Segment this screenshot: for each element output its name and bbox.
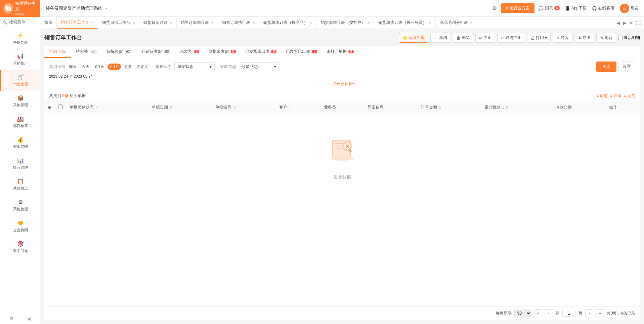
status-select[interactable]: 单据状态 ▾ [174,62,215,71]
sidebar-item-operations[interactable]: 📊 经营管理 [0,153,40,174]
sort-icon-amount[interactable]: ⇅ [439,106,441,109]
smart-create-button[interactable]: ⭐ 智能生单 [399,33,428,43]
filter-actions: 查询 设置 [596,62,635,72]
filter-tab-pending-inspect[interactable]: 待拣验货 (0) [102,46,137,58]
show-detail-checkbox[interactable] [618,36,622,40]
sidebar-item-inventory[interactable]: 🏭 库存核算 [0,112,40,132]
app-download-button[interactable]: 📱 App下载 [565,5,587,11]
date-btn-7days[interactable]: 近7天 [93,64,106,70]
date-btn-today[interactable]: 今天 [80,64,91,70]
filter-tab-pending-review[interactable]: 待审核 (0) [71,46,102,58]
sort-icon-collected[interactable]: ⇅ [506,106,508,109]
sidebar-item-basicinfo[interactable]: 📋 基础信息 [0,174,40,195]
th-checkbox[interactable] [55,102,66,113]
th-settings[interactable]: ⚙ [44,102,55,113]
delete-button[interactable]: 🗑 删除 [453,33,473,43]
collapse-icon[interactable]: ◀ [27,316,31,321]
table-settings-gear-icon[interactable]: ⚙ [48,105,51,110]
select-all-checkbox[interactable] [58,105,63,109]
sidebar-item-enterprise[interactable]: 🤝 企业协同 [0,216,40,237]
page-size-select[interactable]: 10 20 50 100 [514,310,531,317]
query-button[interactable]: 查询 [596,62,616,72]
filter-tab-shipped-out[interactable]: 已发货已出库 0 [281,46,322,58]
tab-sales-stats-customer[interactable]: 销货单统计表（按客户） ✕ [317,17,374,28]
ship-icon: ● [624,94,627,98]
tab-sales-order-stats-close[interactable]: ✕ [211,21,214,25]
tab-sales-stats-staff-close[interactable]: ✕ [429,21,431,25]
tab-sales-order-workspace[interactable]: 销售订单工作台 ✕ [57,17,98,29]
refresh-button[interactable]: ↻ 刷新 [596,33,616,43]
sidebar-item-purchase[interactable]: 📦 采购管理 [0,91,40,112]
user-menu[interactable]: 友 用友 [620,4,639,13]
online-service-button[interactable]: 🎧 在线客服 [592,5,614,11]
cancel-stop-button[interactable]: ↩ 取消中止 [497,33,525,43]
user-avatar: 友 [620,4,629,13]
tab-sales-stats-customer-close[interactable]: ✕ [367,21,370,25]
sidebar-bottom: ⚙ ◀ [0,313,40,324]
page-prev-button[interactable]: ‹ [545,309,553,317]
tab-product-margin-close[interactable]: ✕ [470,21,473,25]
tab-nav-next-icon[interactable]: ▶ [622,19,627,26]
topbar-settings-icon[interactable]: ⚙ [492,5,497,11]
page-next-button[interactable]: › [585,309,593,317]
add-button[interactable]: ＋ 新增 [430,33,451,43]
date-btn-yesterday[interactable]: 昨天 [67,64,79,70]
sidebar-item-system[interactable]: ⚙ 系统管理 [0,195,40,216]
tab-cash-daily-close[interactable]: ✕ [132,21,135,25]
sort-icon-status[interactable]: ⇅ [95,106,98,109]
sort-icon-customer[interactable]: ⇅ [289,106,292,109]
tab-product-margin[interactable]: 商品毛利分析表 ✕ [436,17,477,28]
date-btn-1month[interactable]: 近1月 [108,64,121,70]
solution-button[interactable]: 体验行业方案 [501,3,534,13]
sidebar-item-marketing[interactable]: 📢 营销推广 [0,49,40,70]
date-btn-more[interactable]: 更多 [122,64,134,70]
cancel-review-button[interactable]: ● 弃审 [610,93,621,99]
tab-expand-icon[interactable]: ⛶ [635,19,641,26]
tab-sales-order-stats[interactable]: 销售订单统计表 ✕ [177,17,218,28]
sidebar-item-finance[interactable]: 💰 资金管理 [0,132,40,153]
set-button[interactable]: 设置 [618,62,635,72]
print-button[interactable]: 🖨 打印 ▾ [527,33,551,43]
tab-cash-daily[interactable]: 钱货日清工作台 ✕ [98,17,139,28]
payment-select[interactable]: 收款状态 ▾ [239,62,279,71]
tab-sales-stats-staff[interactable]: 销货单统计表（按业务员） ✕ [374,17,436,28]
filter-tab-wangpu[interactable]: 旺铺待发货 (0) [137,46,176,58]
tab-sales-stats-product[interactable]: 销货单统计表（按商品） ✕ [259,17,317,28]
tab-sales-stats-product-close[interactable]: ✕ [310,21,312,25]
sidebar-item-guide[interactable]: 🎯 新手引导 [0,237,40,257]
filter-tab-unprinted[interactable]: 未打印单据 0 [322,46,358,58]
date-range-display: 2023-02-24 至 2023-03-24 [49,74,93,79]
filter-tab-unshipped[interactable]: 未发货 0 [175,46,204,58]
tab-cash-reconcile-close[interactable]: ✕ [170,21,172,25]
filter-tab-shipped-not-out[interactable]: 已发货未出库 0 [241,46,281,58]
sidebar-search[interactable]: 🔍 搜索菜单 [0,17,40,28]
stop-button[interactable]: ⊘ 中止 [475,33,495,43]
ship-button[interactable]: ● 发货 [624,93,635,99]
filter-tab-expired[interactable]: 到期未发货 0 [204,46,241,58]
show-detail-checkbox-label[interactable]: 显示明细 [618,33,640,43]
sidebar-item-quicknav[interactable]: ⚡ 快捷导航 [0,28,40,49]
review-button[interactable]: ● 审核 [596,93,607,99]
sidebar-item-sales[interactable]: 🛒 销售管理 [0,70,40,91]
tab-cash-reconcile[interactable]: 钱货日清对账 ✕ [139,17,177,28]
tab-home[interactable]: 首页 [40,17,57,28]
page-input[interactable] [562,310,576,317]
import-button[interactable]: ⬆ 导入 [553,33,572,43]
table-scroll[interactable]: ⚙ 单据整体状态 ⇅ 单据日期 ⇅ [44,102,640,306]
tab-close-all-icon[interactable]: ✕ [629,19,634,26]
export-button[interactable]: ⬇ 导出 [574,33,594,43]
tab-sales-order-exec[interactable]: 销售订单执行表 ✕ [218,17,259,28]
settings-icon[interactable]: ⚙ [9,316,14,321]
sort-icon-date[interactable]: ⇅ [170,106,172,109]
tab-sales-order-workspace-close[interactable]: ✕ [91,21,94,24]
filter-tab-all[interactable]: 全部 (0) [44,46,71,58]
date-quick-buttons: 昨天 今天 近7天 近1月 更多 自定义 [67,64,150,70]
tab-sales-order-exec-close[interactable]: ✕ [252,21,255,25]
expand-button[interactable]: ⌄ 展开更多条件 [328,81,356,87]
page-first-button[interactable]: « [534,309,542,317]
tab-nav-prev-icon[interactable]: ◀ [616,19,621,26]
date-btn-custom[interactable]: 自定义 [135,64,150,70]
sort-icon-number[interactable]: ⇅ [233,106,236,109]
page-last-button[interactable]: » [596,309,604,317]
message-button[interactable]: 💬 消息 6 [539,5,560,11]
